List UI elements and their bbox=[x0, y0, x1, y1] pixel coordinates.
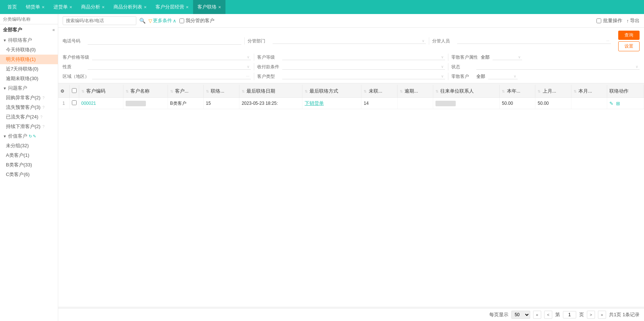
sidebar-group-pending[interactable]: ▼ 待联络客户 bbox=[0, 35, 58, 45]
filter-price-level: 客户价格等级 ∨ bbox=[63, 54, 251, 61]
nav-sales-order[interactable]: 销货单 ✕ bbox=[21, 0, 49, 14]
manager-label: 分管人员 bbox=[432, 38, 454, 44]
col-uncontacted[interactable]: ⇅ 未联... bbox=[361, 85, 397, 98]
filter-region: 区域（地区） ··· bbox=[63, 73, 251, 80]
sort-icon-code: ⇅ bbox=[81, 89, 84, 93]
search-button[interactable]: 🔍 bbox=[139, 18, 146, 24]
nav-close-purchase-order[interactable]: ✕ bbox=[69, 5, 72, 9]
batch-ops-button[interactable]: 批量操作 bbox=[596, 17, 622, 24]
retail-attr-select[interactable]: ∨ bbox=[493, 54, 522, 60]
nav-close-product-analysis-list[interactable]: ✕ bbox=[144, 5, 147, 9]
col-contact-count[interactable]: ⇅ 联络... bbox=[203, 85, 239, 98]
divider-3 bbox=[254, 54, 254, 61]
last-page-button[interactable]: » bbox=[598, 311, 606, 319]
cell-name[interactable]: ██████ bbox=[123, 98, 168, 109]
sidebar-item-churned[interactable]: 已流失客户(24) ? bbox=[0, 112, 58, 122]
customer-type-select[interactable]: ∨ bbox=[282, 73, 445, 79]
query-button[interactable]: 查询 bbox=[618, 31, 640, 40]
next-page-button[interactable]: > bbox=[587, 311, 595, 319]
row-checkbox[interactable] bbox=[72, 100, 77, 105]
nav-product-analysis[interactable]: 商品分析 ✕ bbox=[77, 0, 109, 14]
cell-last-date: 2023-05-23 18:25: bbox=[239, 98, 302, 109]
sidebar-item-tomorrow-contact[interactable]: 明天待联络(1) bbox=[0, 55, 58, 64]
sidebar-search-bar: 🔍 bbox=[0, 14, 58, 24]
sidebar-item-7day-contact[interactable]: 近7天待联络(0) bbox=[0, 64, 58, 74]
action-icon-edit[interactable]: ✎ bbox=[609, 101, 613, 106]
per-page-select[interactable]: 50 100 200 bbox=[511, 311, 530, 319]
help-icon-declining: ? bbox=[42, 125, 45, 129]
nav-customer-stratification[interactable]: 客户分层经营 ✕ bbox=[151, 0, 193, 14]
more-conditions-button[interactable]: ▽ 更多条件 ∧ bbox=[148, 17, 176, 24]
col-overdue[interactable]: ⇅ 逾期... bbox=[397, 85, 433, 98]
nav-home[interactable]: 首页 bbox=[3, 0, 21, 14]
manager-select[interactable]: ··· bbox=[457, 38, 611, 44]
customer-type-arrow-icon: ∨ bbox=[441, 74, 444, 78]
data-table-container: ⚙ ⇅ 客户编码 ⇅ 客户名称 ⇅ bbox=[58, 85, 644, 307]
cell-code[interactable]: 000021 bbox=[79, 98, 123, 109]
cell-checkbox bbox=[69, 98, 79, 109]
col-customer-name[interactable]: ⇅ 客户名称 bbox=[123, 85, 168, 98]
refresh-icon[interactable]: ↻ bbox=[29, 134, 32, 139]
sidebar-item-class-b[interactable]: B类客户(33) bbox=[0, 160, 58, 170]
col-customer-code[interactable]: ⇅ 客户编码 bbox=[79, 85, 123, 98]
page-number-input[interactable] bbox=[563, 311, 576, 318]
sidebar-item-declining[interactable]: 持续下滑客户(2) ? bbox=[0, 122, 58, 131]
my-customers-checkbox[interactable] bbox=[179, 18, 184, 23]
status-select[interactable]: ∨ bbox=[476, 64, 640, 70]
region-select[interactable]: ··· bbox=[92, 73, 251, 79]
nav-purchase-order[interactable]: 进货单 ✕ bbox=[49, 0, 77, 14]
top-navigation: 首页 销货单 ✕ 进货单 ✕ 商品分析 ✕ 商品分析列表 ✕ 客户分层经营 ✕ … bbox=[0, 0, 644, 14]
sort-icon-person: ⇅ bbox=[435, 89, 438, 93]
sort-icon-type: ⇅ bbox=[170, 89, 173, 93]
col-this-month[interactable]: ⇅ 本月... bbox=[571, 85, 607, 98]
action-icon-more[interactable]: ⊞ bbox=[616, 101, 620, 106]
nav-close-product-analysis[interactable]: ✕ bbox=[102, 5, 105, 9]
sidebar-all-customers[interactable]: 全部客户 « bbox=[0, 24, 58, 35]
filter-right-actions: 批量操作 ↑ 导出 bbox=[596, 17, 640, 24]
sidebar-item-class-c[interactable]: C类客户(6) bbox=[0, 170, 58, 179]
price-level-select[interactable]: ∨ bbox=[92, 54, 251, 60]
retail-customer-select[interactable]: ∨ bbox=[488, 73, 518, 79]
nav-customer-contact[interactable]: 客户联络 ✕ bbox=[193, 0, 225, 14]
phone-input[interactable] bbox=[88, 38, 241, 45]
sidebar-item-class-a[interactable]: A类客户(1) bbox=[0, 151, 58, 160]
table-footer: 每页显示 50 100 200 « < 第 页 > » 共1页 1条记录 bbox=[58, 308, 644, 321]
nav-close-customer-contact[interactable]: ✕ bbox=[218, 5, 221, 9]
sidebar-item-ungrouped[interactable]: 未分组(32) bbox=[0, 141, 58, 151]
nav-product-analysis-list[interactable]: 商品分析列表 ✕ bbox=[109, 0, 151, 14]
col-last-contact-date[interactable]: ⇅ 最后联络日期 bbox=[239, 85, 302, 98]
nature-select[interactable]: ∨ bbox=[88, 64, 251, 70]
payment-terms-select[interactable]: ∨ bbox=[282, 64, 445, 70]
sidebar-item-today-contact[interactable]: 今天待联络(0) bbox=[0, 45, 58, 55]
sidebar-item-overdue-contact[interactable]: 逾期未联络(30) bbox=[0, 74, 58, 83]
select-all-checkbox[interactable] bbox=[72, 88, 77, 93]
first-page-button[interactable]: « bbox=[533, 311, 541, 319]
sidebar-item-repurchase-anomaly[interactable]: 回购异常客户(2) ? bbox=[0, 93, 58, 103]
filter-manager: 分管人员 ··· bbox=[432, 38, 611, 44]
region-label: 区域（地区） bbox=[63, 73, 89, 80]
prev-page-button[interactable]: < bbox=[544, 311, 552, 319]
col-this-year[interactable]: ⇅ 本年... bbox=[500, 85, 535, 98]
sidebar-group-problem[interactable]: ▼ 问题客户 bbox=[0, 83, 58, 93]
col-settings[interactable]: ⚙ bbox=[58, 85, 69, 98]
sidebar-search-input[interactable] bbox=[3, 17, 58, 22]
col-customer-type[interactable]: ⇅ 客户... bbox=[168, 85, 203, 98]
customer-grade-select[interactable]: ∨ bbox=[282, 54, 445, 60]
col-last-month[interactable]: ⇅ 上月... bbox=[535, 85, 571, 98]
batch-checkbox[interactable] bbox=[596, 18, 601, 23]
search-input[interactable] bbox=[63, 16, 136, 25]
edit-icon[interactable]: ✎ bbox=[33, 134, 36, 139]
content-area: 🔍 ▽ 更多条件 ∧ 我分管的客户 批量操作 ↑ 导出 bbox=[58, 14, 644, 321]
nav-close-sales-order[interactable]: ✕ bbox=[42, 5, 45, 9]
group-arrow-value: ▼ bbox=[3, 134, 7, 138]
col-contact-person[interactable]: ⇅ 往来单位联系人 bbox=[433, 85, 500, 98]
sidebar-item-churn-warning[interactable]: 流失预警客户(3) ? bbox=[0, 103, 58, 112]
export-button[interactable]: ↑ 导出 bbox=[627, 17, 640, 24]
manager-arrow-icon: ··· bbox=[606, 39, 609, 43]
dept-select[interactable]: ∨ bbox=[273, 38, 426, 44]
col-last-contact-method[interactable]: ⇅ 最后联络方式 bbox=[302, 85, 361, 98]
nav-close-customer-stratification[interactable]: ✕ bbox=[186, 5, 189, 9]
set-button[interactable]: 设置 bbox=[618, 41, 640, 51]
sidebar-group-value[interactable]: ▼ 价值客户 ↻ ✎ bbox=[0, 131, 58, 141]
cell-last-method[interactable]: 下销货单 bbox=[302, 98, 361, 109]
